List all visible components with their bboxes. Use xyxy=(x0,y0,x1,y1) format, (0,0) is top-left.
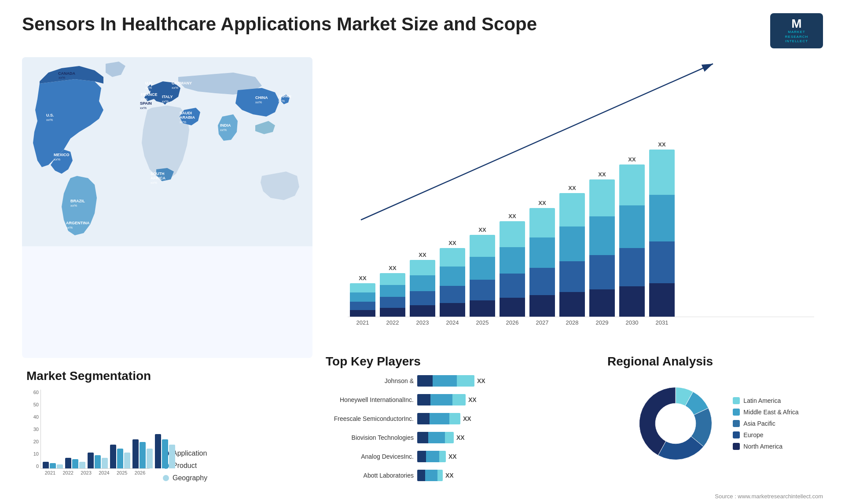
regional-legend: Latin AmericaMiddle East & AfricaAsia Pa… xyxy=(733,397,798,450)
logo-box: M MARKET RESEARCH INTELLECT xyxy=(770,13,823,48)
label-uk: U.K. xyxy=(145,81,153,85)
legend-dot-geography xyxy=(163,475,169,481)
svg-text:xx%: xx% xyxy=(162,99,169,103)
players-title: Top Key Players xyxy=(326,354,590,369)
source-text: Source : www.marketresearchintellect.com xyxy=(715,493,823,500)
logo-letter: M xyxy=(791,18,801,30)
svg-text:ARABIA: ARABIA xyxy=(180,115,195,120)
svg-text:xx%: xx% xyxy=(54,157,60,161)
svg-text:xx%: xx% xyxy=(278,99,285,103)
svg-text:xx%: xx% xyxy=(66,226,73,230)
player-row: Abott LaboratoriesXX xyxy=(326,470,590,481)
player-row: Johnson &XX xyxy=(326,375,590,387)
players-section: Top Key Players Johnson &XXHoneywell Int… xyxy=(321,350,594,486)
logo-text: MARKET RESEARCH INTELLECT xyxy=(785,30,808,44)
svg-text:xx%: xx% xyxy=(70,204,77,208)
seg-bars-area xyxy=(40,390,150,469)
regional-legend-item: Latin America xyxy=(733,397,798,404)
player-row: Analog DevicesInc.XX xyxy=(326,451,590,462)
regional-legend-item: Middle East & Africa xyxy=(733,409,798,416)
label-us: U.S. xyxy=(46,113,54,117)
player-row: Freescale SemiconductorInc.XX xyxy=(326,413,590,424)
main-bars-container: XXXXXXXXXXXXXXXXXXXXXX xyxy=(348,62,814,317)
label-italy: ITALY xyxy=(162,95,173,99)
label-brazil: BRAZIL xyxy=(70,199,85,203)
header: Sensors In Healthcare Applications Marke… xyxy=(22,13,823,48)
label-japan: JAPAN xyxy=(278,94,291,99)
label-china: CHINA xyxy=(255,95,268,100)
label-saudi: SAUDI xyxy=(180,111,192,115)
page-title: Sensors In Healthcare Applications Marke… xyxy=(22,13,537,35)
page-container: Sensors In Healthcare Applications Marke… xyxy=(0,0,845,504)
map-section: CANADA xx% U.S. xx% MEXICO xx% BRAZIL xx… xyxy=(22,57,312,358)
label-canada: CANADA xyxy=(58,71,75,76)
main-x-labels: 2021202220232024202520262027202820292030… xyxy=(348,317,814,326)
label-india: INDIA xyxy=(220,123,231,128)
svg-text:xx%: xx% xyxy=(151,181,157,185)
donut-chart-svg xyxy=(627,375,724,472)
regional-title: Regional Analysis xyxy=(607,354,819,369)
svg-text:xx%: xx% xyxy=(220,128,227,132)
player-row: Biovision TechnologiesXX xyxy=(326,432,590,443)
donut-container: Latin AmericaMiddle East & AfricaAsia Pa… xyxy=(607,375,819,472)
svg-text:xx%: xx% xyxy=(172,86,178,90)
legend-geography: Geography xyxy=(163,474,207,482)
players-list: Johnson &XXHoneywell InternationalInc.XX… xyxy=(326,375,590,484)
player-row: Honeywell InternationalInc.XX xyxy=(326,394,590,405)
label-mexico: MEXICO xyxy=(54,153,70,157)
svg-text:xx%: xx% xyxy=(145,86,152,90)
svg-text:AFRICA: AFRICA xyxy=(151,176,165,180)
regional-legend-item: North America xyxy=(733,443,798,450)
seg-x-labels: 202120222023202420252026 xyxy=(40,469,150,475)
main-y-axis xyxy=(326,62,345,321)
label-germany: GERMANY xyxy=(172,81,192,85)
regional-section: Regional Analysis Latin AmericaMiddle Ea… xyxy=(603,350,823,486)
svg-text:xx%: xx% xyxy=(141,97,147,101)
logo-container: M MARKET RESEARCH INTELLECT xyxy=(770,13,823,48)
world-map-svg: CANADA xx% U.S. xx% MEXICO xx% BRAZIL xx… xyxy=(22,57,312,246)
svg-text:xx%: xx% xyxy=(59,76,65,80)
label-france: FRANCE xyxy=(141,92,158,97)
label-argentina: ARGENTINA xyxy=(66,221,90,225)
main-chart-section: XXXXXXXXXXXXXXXXXXXXXX 20212022202320242… xyxy=(321,57,823,343)
regional-legend-item: Europe xyxy=(733,431,798,438)
label-southafrica: SOUTH xyxy=(151,172,165,176)
svg-text:xx%: xx% xyxy=(255,100,262,104)
segmentation-title: Market Segmentation xyxy=(26,369,308,383)
svg-text:xx%: xx% xyxy=(140,106,147,110)
label-spain: SPAIN xyxy=(140,101,152,106)
segmentation-section: Market Segmentation 60 50 40 30 20 10 0 xyxy=(22,365,312,486)
seg-y-axis: 60 50 40 30 20 10 0 xyxy=(26,390,39,469)
regional-legend-item: Asia Pacific xyxy=(733,420,798,427)
svg-text:xx%: xx% xyxy=(180,120,186,124)
svg-text:xx%: xx% xyxy=(46,118,53,122)
